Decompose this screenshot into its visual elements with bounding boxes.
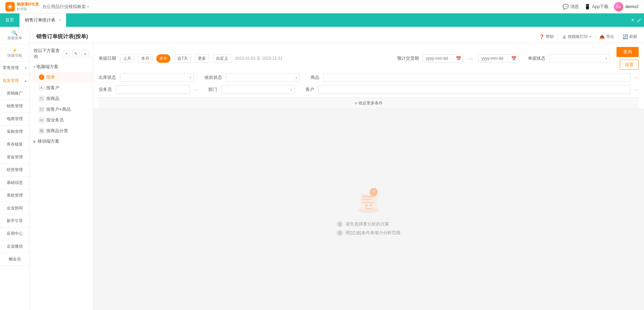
sidebar-search[interactable]: 🔍 搜索菜单	[0, 27, 29, 44]
sidebar-item-base[interactable]: 基础信息	[0, 176, 29, 189]
filter-section: 单据日期 上月 本月 本年 近7天 更多 自定义 2023-01-01 至 20…	[93, 43, 644, 109]
close-window-button[interactable]: ×	[631, 17, 634, 23]
restore-window-button[interactable]: ⤢	[637, 17, 641, 23]
pc-scheme-group[interactable]: ▾ 电脑端方案	[30, 62, 93, 72]
empty-hints: 1 请先选择要分析的方案 2 用[过滤]条件来缩小分析范围	[337, 221, 400, 236]
status-select[interactable]	[549, 54, 610, 63]
app-download-label: App下载	[592, 4, 608, 10]
sidebar-item-sales[interactable]: 销售管理	[0, 100, 29, 113]
sidebar-item-system[interactable]: 系统管理	[0, 189, 29, 202]
scheme-by-salesperson-label: 按业务员	[46, 117, 64, 123]
date-btn-more[interactable]: 更多	[195, 54, 209, 63]
customer-label: 客户	[306, 87, 314, 93]
payment-select[interactable]	[226, 73, 300, 82]
edit-scheme-button[interactable]: ✎	[72, 50, 79, 57]
page-header: 销售订单统计表(按单) ❓ 帮助 🖨 按模板打印 ▾ 📤 导出	[30, 27, 644, 43]
status-select-wrap: ▾	[549, 54, 610, 63]
collapse-label: 收起更多条件	[359, 100, 383, 106]
tab-close-button[interactable]: ×	[59, 18, 61, 22]
scheme-icon-cust-goods	[39, 107, 44, 112]
tab-sales-order-stats[interactable]: 销售订单统计表 ×	[19, 13, 66, 27]
panel-title: 按以下方案查询	[34, 48, 63, 60]
app-selector[interactable]: 办公用品行业模拟账套 ▾	[42, 4, 89, 10]
salesperson-input[interactable]	[116, 85, 190, 94]
collapse-bar[interactable]: ∧ 收起更多条件	[99, 97, 639, 109]
app-download-button[interactable]: 📱 App下载	[584, 4, 608, 10]
user-area[interactable]: Ea demo2	[614, 2, 639, 11]
sales-label: 销售管理	[3, 103, 26, 109]
collapse-icon: ∧	[355, 101, 357, 105]
export-icon: 📤	[599, 34, 605, 39]
sidebar-item-wholesale[interactable]: 批发管理 ▴	[0, 74, 29, 87]
customer-more-button[interactable]: ···	[635, 87, 639, 92]
inner-layout: 按以下方案查询 + ✎ « ▾ 电脑端方案 ✓ 按单	[30, 43, 644, 310]
sidebar-item-marketing[interactable]: 营销推广	[0, 87, 29, 100]
data-area: ? 1 请先选择要分析的方案	[93, 109, 644, 310]
scheme-by-category-label: 按商品分类	[46, 128, 68, 134]
svg-rect-3	[40, 108, 43, 111]
goods-more-button[interactable]: ···	[635, 75, 639, 80]
retail-label: 零售管理	[3, 65, 19, 71]
settings-button[interactable]: 设置	[620, 60, 639, 70]
scheme-by-order[interactable]: ✓ 按单	[30, 72, 93, 83]
logo-area: 畅捷通好生意 标准版	[5, 2, 39, 11]
sidebar-item-ecommerce[interactable]: 电商管理	[0, 113, 29, 125]
scheme-icon-customer	[39, 85, 44, 91]
scheme-by-customer[interactable]: 按客户	[30, 83, 93, 93]
sidebar-item-retail[interactable]: 零售管理 ▾	[0, 62, 29, 74]
refresh-button[interactable]: 🔄 刷新	[623, 34, 637, 40]
mobile-scheme-group[interactable]: ▶ 移动端方案	[30, 136, 93, 146]
filter-row-1: 单据日期 上月 本月 本年 近7天 更多 自定义 2023-01-01 至 20…	[99, 47, 639, 70]
date-btn-this-year[interactable]: 本年	[156, 54, 170, 63]
scheme-by-goods[interactable]: 按商品	[30, 93, 93, 104]
salesperson-more-button[interactable]: ···	[194, 87, 198, 92]
sidebar-item-inventory[interactable]: 库存核算	[0, 138, 29, 151]
scheme-by-customer-goods[interactable]: 按客户+商品	[30, 104, 93, 115]
left-scheme-panel: 按以下方案查询 + ✎ « ▾ 电脑端方案 ✓ 按单	[30, 43, 93, 310]
sidebar-item-finance[interactable]: 资金管理	[0, 151, 29, 164]
dept-select-wrap: ▾	[221, 85, 295, 94]
retail-arrow: ▾	[25, 66, 26, 70]
date-btn-7days[interactable]: 近7天	[174, 54, 191, 63]
template-print-label: 按模板打印	[568, 34, 588, 40]
sidebar-item-vip[interactable]: 畅会员	[0, 253, 29, 266]
customer-input[interactable]	[318, 85, 631, 94]
goods-input[interactable]	[323, 73, 631, 82]
sidebar-item-newbie[interactable]: 新手引导	[0, 215, 29, 227]
svg-text:?: ?	[372, 189, 375, 195]
export-button[interactable]: 📤 导出	[599, 34, 614, 40]
active-scheme-icon: ✓	[39, 74, 44, 80]
template-print-button[interactable]: 🖨 按模板打印 ▾	[562, 34, 591, 40]
page-title: 销售订单统计表(按单)	[36, 33, 88, 40]
sidebar-item-cooperation[interactable]: 企业协同	[0, 202, 29, 215]
dept-select[interactable]	[221, 85, 295, 94]
cooperation-label: 企业协同	[3, 205, 26, 211]
help-button[interactable]: ❓ 帮助	[539, 34, 554, 40]
vip-label: 畅会员	[3, 256, 26, 262]
sidebar-item-wechat[interactable]: 企业微信	[0, 240, 29, 253]
sidebar-quick-nav[interactable]: ⚡ 快捷导航	[0, 44, 29, 62]
add-scheme-button[interactable]: +	[63, 50, 70, 57]
scheme-by-category[interactable]: 按商品分类	[30, 125, 93, 136]
tab-home[interactable]: 首页	[0, 13, 19, 27]
sidebar-item-purchase[interactable]: 采购管理	[0, 125, 29, 138]
date-btn-this-month[interactable]: 本月	[138, 54, 152, 63]
search-icon: 🔍	[1, 30, 28, 36]
svg-rect-9	[42, 130, 43, 131]
collapse-panel-button[interactable]: «	[82, 50, 89, 57]
query-button[interactable]: 查询	[616, 47, 639, 57]
goods-label: 商品	[311, 74, 319, 81]
dept-label: 部门	[208, 87, 217, 93]
warehouse-select[interactable]	[120, 73, 194, 82]
date-btn-last-month[interactable]: 上月	[120, 54, 134, 63]
scheme-icon-salesperson	[39, 117, 44, 123]
date-btn-custom[interactable]: 自定义	[213, 54, 231, 63]
sidebar-item-appstore[interactable]: 应用中心	[0, 227, 29, 240]
scheme-by-goods-label: 按商品	[46, 96, 59, 102]
scheme-by-salesperson[interactable]: 按业务员	[30, 115, 93, 125]
warehouse-select-wrap: ▾	[120, 73, 194, 82]
date-separator: —	[469, 56, 473, 61]
sidebar-item-operation[interactable]: 经营管理	[0, 164, 29, 176]
svg-point-18	[366, 204, 367, 206]
message-button[interactable]: 💬 消息	[562, 4, 579, 10]
